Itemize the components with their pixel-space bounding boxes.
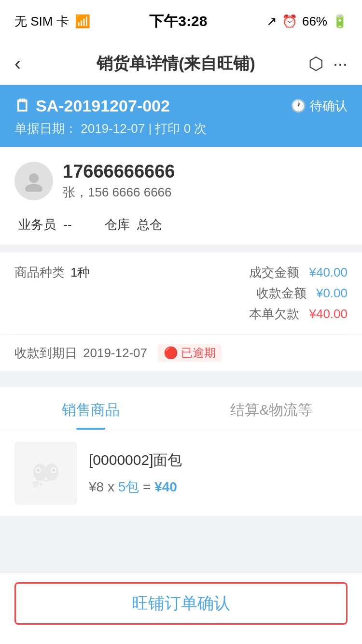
product-price: ¥8 x 5包 = ¥40	[89, 478, 348, 496]
product-total: ¥40	[154, 479, 177, 494]
amount-label-0: 成交金额	[249, 264, 299, 281]
product-type-label: 商品种类	[14, 264, 65, 281]
order-date: 单据日期： 2019-12-07 | 打印 0 次	[14, 120, 348, 137]
order-status: 🕐 待确认	[291, 98, 348, 114]
customer-info: 17666666666 张，156 6666 6666	[63, 161, 175, 201]
order-header: 🗒 SA-20191207-002 🕐 待确认 单据日期： 2019-12-07…	[0, 85, 362, 147]
divider-2	[0, 371, 362, 379]
nav-bar: ‹ 销货单详情(来自旺铺) ⬡ ···	[0, 42, 362, 85]
page-title: 销货单详情(来自旺铺)	[43, 53, 308, 75]
salesperson-field: 业务员 --	[14, 216, 72, 233]
svg-point-1	[25, 184, 42, 192]
date-label: 单据日期：	[14, 121, 77, 136]
summary-section: 商品种类 1种 成交金额 ¥40.00 收款金额 ¥0.00 本单欠款 ¥40.…	[0, 252, 362, 334]
bottom-bar: 旺铺订单确认	[0, 572, 362, 644]
tab-settlement[interactable]: 结算&物流等	[181, 387, 362, 430]
overdue-icon: 🔴	[164, 346, 178, 360]
salesperson-label: 业务员	[18, 217, 56, 232]
equals-sign: =	[139, 479, 154, 494]
status-time: 下午3:28	[149, 12, 207, 31]
print-info: | 打印 0 次	[148, 121, 207, 136]
sim-label: 无 SIM 卡	[14, 13, 69, 30]
product-item: 管+ [0000002]面包 ¥8 x 5包 = ¥40	[0, 430, 362, 516]
amount-label-2: 本单欠款	[249, 306, 299, 322]
divider-1	[0, 245, 362, 252]
customer-section: 17666666666 张，156 6666 6666 业务员 -- 仓库 总仓	[0, 147, 362, 245]
product-details: [0000002]面包 ¥8 x 5包 = ¥40	[89, 450, 348, 496]
share-icon[interactable]: ⬡	[308, 54, 323, 74]
amount-row-1: 收款金额 ¥0.00	[256, 285, 348, 302]
amount-row-0: 成交金额 ¥40.00	[249, 264, 348, 281]
amount-value-2: ¥40.00	[309, 307, 348, 322]
warehouse-field: 仓库 总仓	[101, 216, 162, 233]
avatar	[14, 162, 53, 200]
date-value: 2019-12-07	[81, 121, 145, 136]
svg-point-6	[37, 469, 40, 472]
status-text: 待确认	[310, 98, 348, 114]
svg-point-0	[29, 173, 39, 183]
status-right: ↗ ⏰ 66% 🔋	[266, 14, 348, 29]
confirm-button[interactable]: 旺铺订单确认	[14, 582, 348, 625]
battery-label: 66%	[302, 14, 327, 29]
due-label: 收款到期日	[14, 345, 77, 362]
overdue-badge: 🔴 已逾期	[158, 344, 222, 362]
svg-point-7	[52, 469, 55, 472]
due-date-section: 收款到期日 2019-12-07 🔴 已逾期	[0, 335, 362, 371]
tab-products[interactable]: 销售商品	[0, 387, 181, 430]
overdue-text: 已逾期	[181, 345, 216, 361]
due-date-value: 2019-12-07	[83, 346, 147, 361]
customer-meta: 业务员 -- 仓库 总仓	[14, 209, 348, 233]
tabs-section: 销售商品 结算&物流等	[0, 387, 362, 430]
amount-label-1: 收款金额	[256, 285, 306, 302]
more-icon[interactable]: ···	[333, 54, 348, 74]
clock-icon: 🕐	[291, 98, 306, 113]
signal-icon: ↗	[266, 14, 277, 29]
alarm-icon: ⏰	[282, 14, 297, 29]
warehouse-label: 仓库	[105, 217, 130, 232]
order-id: 🗒 SA-20191207-002	[14, 97, 170, 115]
amount-value-1: ¥0.00	[316, 286, 348, 301]
warehouse-value: 总仓	[137, 217, 162, 232]
tab-products-label: 销售商品	[62, 402, 120, 418]
order-id-text: SA-20191207-002	[36, 97, 170, 115]
product-thumbnail: 管+	[14, 442, 77, 504]
order-id-row: 🗒 SA-20191207-002 🕐 待确认	[14, 97, 348, 115]
status-bar: 无 SIM 卡 📶 下午3:28 ↗ ⏰ 66% 🔋	[0, 0, 362, 42]
svg-text:管+: 管+	[32, 480, 43, 488]
product-type-field: 商品种类 1种	[14, 264, 90, 281]
status-left: 无 SIM 卡 📶	[14, 13, 90, 30]
amounts-column: 成交金额 ¥40.00 收款金额 ¥0.00 本单欠款 ¥40.00	[249, 264, 348, 322]
amount-value-0: ¥40.00	[309, 265, 348, 280]
salesperson-value: --	[63, 217, 71, 232]
product-name: [0000002]面包	[89, 450, 348, 470]
confirm-button-label: 旺铺订单确认	[132, 592, 230, 615]
nav-actions: ⬡ ···	[308, 54, 348, 74]
page-wrapper: 无 SIM 卡 📶 下午3:28 ↗ ⏰ 66% 🔋 ‹ 销货单详情(来自旺铺)…	[0, 0, 362, 644]
tab-settlement-label: 结算&物流等	[230, 402, 312, 418]
amount-row-2: 本单欠款 ¥40.00	[249, 306, 348, 322]
customer-sub: 张，156 6666 6666	[63, 184, 175, 201]
wifi-icon: 📶	[75, 14, 90, 29]
battery-icon: 🔋	[332, 14, 348, 29]
product-type-value: 1种	[70, 264, 90, 281]
product-qty: 5包	[118, 479, 139, 494]
customer-phone: 17666666666	[63, 161, 175, 182]
back-button[interactable]: ‹	[14, 53, 43, 74]
price-formula: ¥8 x	[89, 479, 118, 494]
customer-row: 17666666666 张，156 6666 6666	[14, 161, 348, 201]
order-doc-icon: 🗒	[14, 97, 31, 115]
